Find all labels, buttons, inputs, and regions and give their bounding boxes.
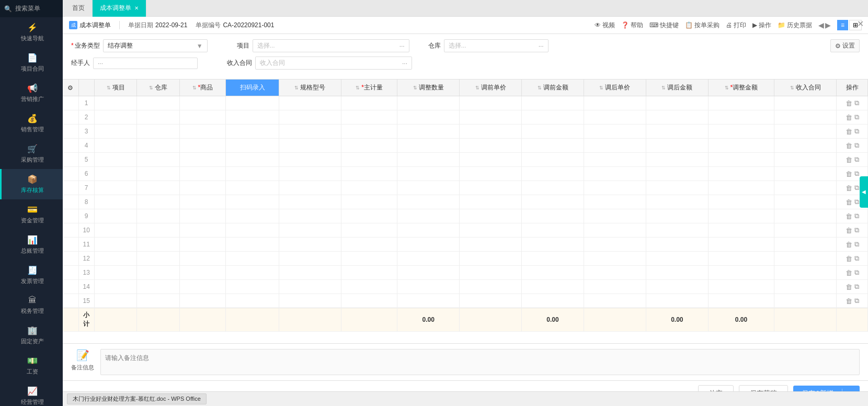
cell-warehouse[interactable] — [137, 125, 179, 139]
cell-product[interactable] — [179, 181, 226, 195]
cell-before-price[interactable] — [460, 266, 522, 280]
table-row[interactable]: 4 🗑 ⧉ — [63, 139, 868, 153]
copy-row-button[interactable]: ⧉ — [854, 113, 859, 121]
cell-unit[interactable] — [341, 238, 397, 252]
copy-row-button[interactable]: ⧉ — [854, 212, 859, 220]
cell-scan[interactable] — [226, 96, 279, 110]
cell-before-price[interactable] — [460, 153, 522, 167]
cell-before-amount[interactable] — [522, 238, 584, 252]
cell-after-amount[interactable] — [646, 181, 708, 195]
sidebar-item-fund-mgmt[interactable]: 💳 资金管理 — [0, 199, 63, 230]
delete-row-button[interactable]: 🗑 — [846, 198, 852, 206]
cell-before-amount[interactable] — [522, 167, 584, 181]
cell-before-price[interactable] — [460, 238, 522, 252]
cell-income-contract[interactable] — [774, 223, 837, 238]
delete-row-button[interactable]: 🗑 — [846, 254, 852, 263]
cell-after-price[interactable] — [584, 139, 646, 153]
cell-product[interactable] — [179, 167, 226, 181]
row-checkbox[interactable] — [63, 266, 78, 280]
cell-adjust-qty[interactable] — [397, 139, 460, 153]
cell-project[interactable] — [94, 139, 136, 153]
col-settings[interactable]: ⚙ — [63, 80, 78, 96]
cell-before-price[interactable] — [460, 252, 522, 266]
right-edge-indicator[interactable]: ◀ — [860, 176, 868, 208]
cell-after-amount[interactable] — [646, 167, 708, 181]
cell-product[interactable] — [179, 153, 226, 167]
cell-after-amount[interactable] — [646, 153, 708, 167]
cell-before-amount[interactable] — [522, 153, 584, 167]
cell-project[interactable] — [94, 238, 136, 252]
col-income-contract[interactable]: ⇅收入合同 — [774, 80, 837, 96]
col-adjust-amount[interactable]: ⇅*调整金额 — [708, 80, 774, 96]
copy-row-button[interactable]: ⧉ — [854, 283, 859, 291]
cell-after-price[interactable] — [584, 96, 646, 110]
print-btn[interactable]: 🖨 打印 — [726, 21, 746, 30]
cell-project[interactable] — [94, 252, 136, 266]
warehouse-input[interactable]: 选择... ··· — [444, 39, 549, 52]
row-checkbox[interactable] — [63, 153, 78, 167]
table-row[interactable]: 7 🗑 ⧉ — [63, 181, 868, 195]
cell-before-price[interactable] — [460, 110, 522, 125]
delete-row-button[interactable]: 🗑 — [846, 283, 852, 291]
cell-unit[interactable] — [341, 139, 397, 153]
cell-unit[interactable] — [341, 153, 397, 167]
handler-input[interactable]: ··· — [93, 58, 198, 69]
col-before-amount[interactable]: ⇅调前金额 — [522, 80, 584, 96]
cell-before-amount[interactable] — [522, 195, 584, 209]
table-row[interactable]: 2 🗑 ⧉ — [63, 110, 868, 125]
table-row[interactable]: 13 🗑 ⧉ — [63, 266, 868, 280]
cell-product[interactable] — [179, 252, 226, 266]
cell-adjust-amount[interactable] — [708, 209, 774, 223]
cell-scan[interactable] — [226, 252, 279, 266]
delete-row-button[interactable]: 🗑 — [846, 184, 852, 192]
cell-after-price[interactable] — [584, 238, 646, 252]
table-row[interactable]: 5 🗑 ⧉ — [63, 153, 868, 167]
cell-adjust-amount[interactable] — [708, 252, 774, 266]
table-row[interactable]: 10 🗑 ⧉ — [63, 223, 868, 238]
table-row[interactable]: 9 🗑 ⧉ — [63, 209, 868, 223]
cell-after-price[interactable] — [584, 266, 646, 280]
cell-before-price[interactable] — [460, 195, 522, 209]
row-checkbox[interactable] — [63, 125, 78, 139]
cell-before-amount[interactable] — [522, 96, 584, 110]
shortcut-btn[interactable]: ⌨ 快捷键 — [649, 21, 679, 30]
cell-adjust-amount[interactable] — [708, 153, 774, 167]
cell-income-contract[interactable] — [774, 181, 837, 195]
col-spec[interactable]: ⇅规格型号 — [279, 80, 341, 96]
row-checkbox[interactable] — [63, 252, 78, 266]
cell-spec[interactable] — [279, 110, 341, 125]
sidebar-search[interactable]: 🔍 搜索菜单 — [0, 0, 63, 17]
cell-adjust-qty[interactable] — [397, 294, 460, 308]
sidebar-item-ops-mgmt[interactable]: 📈 经营管理 — [0, 381, 63, 406]
row-checkbox[interactable] — [63, 195, 78, 209]
cell-project[interactable] — [94, 181, 136, 195]
row-checkbox[interactable] — [63, 209, 78, 223]
tab-home[interactable]: 首页 — [65, 0, 93, 17]
col-adjust-qty[interactable]: ⇅调整数量 — [397, 80, 460, 96]
cell-warehouse[interactable] — [137, 195, 179, 209]
window-close-button[interactable]: ✕ — [857, 19, 864, 29]
cell-after-price[interactable] — [584, 209, 646, 223]
cell-warehouse[interactable] — [137, 209, 179, 223]
delete-row-button[interactable]: 🗑 — [846, 127, 852, 136]
cell-project[interactable] — [94, 110, 136, 125]
cell-spec[interactable] — [279, 294, 341, 308]
cell-before-amount[interactable] — [522, 181, 584, 195]
sidebar-item-tax-mgmt[interactable]: 🏛 税务管理 — [0, 290, 63, 320]
cell-adjust-amount[interactable] — [708, 238, 774, 252]
row-checkbox[interactable] — [63, 110, 78, 125]
cell-warehouse[interactable] — [137, 238, 179, 252]
cell-income-contract[interactable] — [774, 125, 837, 139]
cell-spec[interactable] — [279, 125, 341, 139]
tab-cost-adjust[interactable]: 成本调整单 ✕ — [93, 0, 146, 17]
row-checkbox[interactable] — [63, 238, 78, 252]
table-row[interactable]: 1 🗑 ⧉ — [63, 96, 868, 110]
prev-arrow[interactable]: ◀ — [818, 21, 824, 29]
cell-after-amount[interactable] — [646, 266, 708, 280]
cell-spec[interactable] — [279, 266, 341, 280]
cell-before-price[interactable] — [460, 96, 522, 110]
cell-income-contract[interactable] — [774, 209, 837, 223]
next-arrow[interactable]: ▶ — [825, 21, 831, 29]
cell-warehouse[interactable] — [137, 280, 179, 294]
cell-income-contract[interactable] — [774, 294, 837, 308]
